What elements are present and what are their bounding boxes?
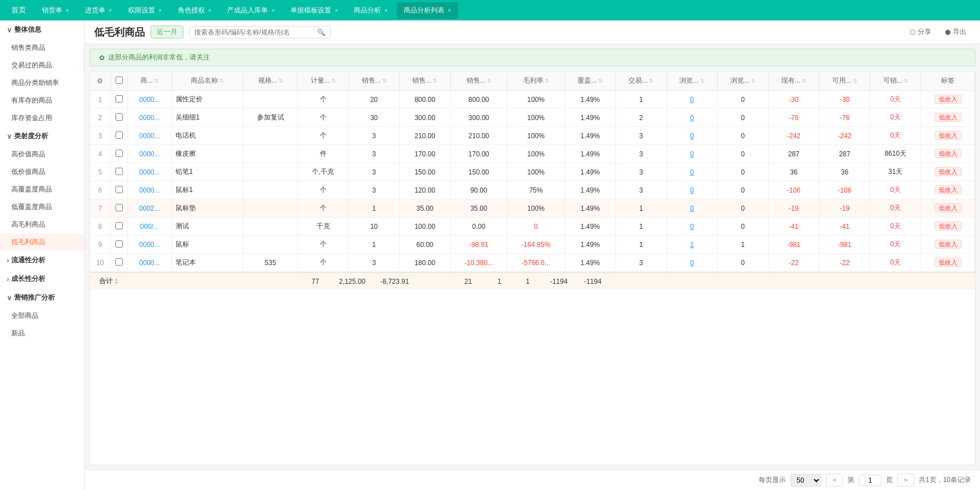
row-sales-qty: 1 — [349, 199, 400, 218]
row-checkbox[interactable] — [110, 145, 127, 163]
row-select-checkbox[interactable] — [115, 240, 123, 248]
row-checkbox[interactable] — [110, 254, 127, 272]
views-link[interactable]: 0 — [690, 168, 694, 176]
row-select-checkbox[interactable] — [115, 150, 123, 157]
views-link[interactable]: 0 — [690, 132, 694, 140]
close-role-auth-icon[interactable]: × — [208, 7, 212, 14]
sidebar-item-all-goods[interactable]: 全部商品 — [0, 307, 84, 325]
sidebar-section-overall[interactable]: ∨ 整体信息 — [0, 20, 84, 39]
sidebar-item-high-value[interactable]: 高价值商品 — [0, 146, 84, 163]
row-select-checkbox[interactable] — [115, 204, 123, 211]
row-gross-margin: 100% — [507, 199, 565, 218]
export-button[interactable]: ⬢ 导出 — [940, 25, 971, 39]
views-link[interactable]: 1 — [690, 241, 694, 249]
search-input[interactable] — [194, 28, 317, 36]
nav-permissions[interactable]: 权限设置 × — [121, 2, 169, 19]
notice-banner: ✿ 这部分商品的利润非常低，请关注 — [89, 49, 975, 66]
row-tag: 低收入 — [921, 163, 975, 181]
row-checkbox[interactable] — [110, 163, 127, 181]
close-template-icon[interactable]: × — [335, 7, 338, 14]
row-select-checkbox[interactable] — [115, 258, 123, 266]
views-link[interactable]: 0 — [690, 204, 694, 212]
share-button[interactable]: ⬡ 分享 — [905, 25, 936, 39]
row-select-checkbox[interactable] — [115, 186, 123, 193]
pagination-bar: 每页显示 50 100 200 ＜ 第 页 ＞ 共1页，10条记录 — [85, 470, 980, 490]
nav-product-stock[interactable]: 产成品入库单 × — [220, 2, 281, 19]
sidebar-section-marketing[interactable]: ∨ 营销推广分析 — [0, 288, 84, 307]
row-code: 0000... — [127, 127, 172, 145]
export-icon: ⬢ — [945, 28, 951, 36]
nav-goods-analysis-list[interactable]: 商品分析列表 × — [397, 2, 458, 19]
sidebar-item-low-coverage[interactable]: 低覆盖度商品 — [0, 198, 84, 216]
sidebar-item-stock-capital[interactable]: 库存资金占用 — [0, 109, 84, 127]
main-layout: ∨ 整体信息 销售类商品 交易过的商品 商品分类助销率 有库存的商品 库存资金占… — [0, 20, 980, 490]
close-purchase-order-icon[interactable]: × — [109, 7, 112, 14]
sidebar-item-low-margin[interactable]: 低毛利商品 — [0, 233, 84, 251]
sidebar-section-category[interactable]: ∨ 类射度分析 — [0, 127, 84, 146]
th-gross-margin: 毛利率⇅ — [507, 71, 565, 91]
row-sellable: 0天 — [870, 109, 921, 127]
row-select-checkbox[interactable] — [115, 222, 123, 229]
sidebar-item-traded-goods[interactable]: 交易过的商品 — [0, 57, 84, 74]
row-checkbox[interactable] — [110, 199, 127, 218]
row-select-checkbox[interactable] — [115, 113, 123, 121]
row-select-checkbox[interactable] — [115, 95, 123, 103]
page-size-select[interactable]: 50 100 200 — [790, 474, 821, 487]
sidebar-item-category-rate[interactable]: 商品分类助销率 — [0, 74, 84, 92]
views-link[interactable]: 0 — [690, 150, 694, 158]
th-checkbox[interactable] — [110, 71, 127, 91]
sidebar-section-growth[interactable]: › 成长性分析 — [0, 270, 84, 288]
sidebar-item-low-value[interactable]: 低价值商品 — [0, 163, 84, 181]
tag-badge: 低收入 — [935, 131, 961, 140]
select-all-checkbox[interactable] — [115, 76, 123, 84]
views-link[interactable]: 0 — [690, 96, 694, 104]
views-link[interactable]: 0 — [690, 114, 694, 122]
row-no: 9 — [90, 236, 110, 254]
row-views1: 0 — [666, 91, 717, 109]
nav-purchase-order[interactable]: 进货单 × — [78, 2, 119, 19]
row-checkbox[interactable] — [110, 236, 127, 254]
row-sales-profit: 35.00 — [450, 199, 507, 218]
page-number-input[interactable] — [859, 475, 881, 486]
sidebar-item-new-goods[interactable]: 新品 — [0, 325, 84, 342]
nav-home[interactable]: 首页 — [5, 2, 33, 19]
search-icon[interactable]: 🔍 — [317, 28, 326, 36]
row-sales-profit: 300.00 — [450, 109, 507, 127]
views-link[interactable]: 0 — [690, 259, 694, 267]
row-checkbox[interactable] — [110, 91, 127, 109]
row-checkbox[interactable] — [110, 109, 127, 127]
close-permissions-icon[interactable]: × — [159, 7, 162, 14]
row-select-checkbox[interactable] — [115, 131, 123, 139]
close-product-stock-icon[interactable]: × — [271, 7, 275, 14]
row-views2: 0 — [717, 145, 768, 163]
filter-recent-month-button[interactable]: 近一月 — [151, 25, 183, 39]
row-checkbox[interactable] — [110, 181, 127, 199]
row-name: 鼠标 — [172, 236, 243, 254]
sidebar-item-high-margin[interactable]: 高毛利商品 — [0, 216, 84, 233]
close-goods-analysis-icon[interactable]: × — [384, 7, 388, 14]
sidebar-collapse-button[interactable]: « — [84, 49, 85, 71]
views-link[interactable]: 0 — [690, 186, 694, 194]
sidebar-item-sales-goods[interactable]: 销售类商品 — [0, 39, 84, 57]
row-checkbox[interactable] — [110, 218, 127, 236]
sidebar-item-stock-goods[interactable]: 有库存的商品 — [0, 92, 84, 109]
th-coverage: 覆盖...⇅ — [564, 71, 615, 91]
row-sales-qty: 10 — [349, 218, 400, 236]
nav-template-settings[interactable]: 单据模板设置 × — [284, 2, 345, 19]
next-page-button[interactable]: ＞ — [897, 474, 914, 487]
sidebar-item-high-coverage[interactable]: 高覆盖度商品 — [0, 181, 84, 198]
prev-page-button[interactable]: ＜ — [826, 474, 843, 487]
row-select-checkbox[interactable] — [115, 168, 123, 175]
table-row: 3 0000... 电话机 个 3 210.00 210.00 100% 1.4… — [90, 127, 975, 145]
nav-role-auth[interactable]: 角色授权 × — [171, 2, 219, 19]
close-analysis-list-icon[interactable]: × — [448, 7, 451, 14]
close-sales-order-icon[interactable]: × — [66, 7, 69, 14]
row-checkbox[interactable] — [110, 127, 127, 145]
nav-sales-order[interactable]: 销货单 × — [35, 2, 76, 19]
views-link[interactable]: 0 — [690, 223, 694, 231]
row-tag: 低收入 — [921, 218, 975, 236]
sidebar-section-flow[interactable]: › 流通性分析 — [0, 251, 84, 270]
th-settings[interactable]: ⚙ — [90, 71, 110, 91]
nav-goods-analysis[interactable]: 商品分析 × — [347, 2, 395, 19]
row-current-stock: -30 — [768, 91, 819, 109]
